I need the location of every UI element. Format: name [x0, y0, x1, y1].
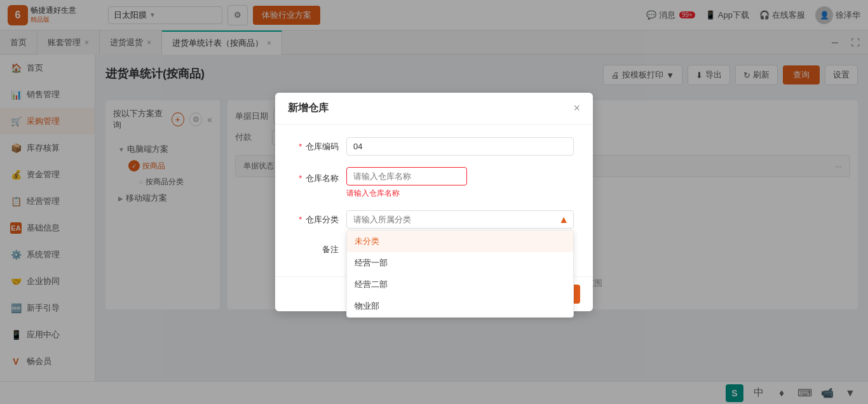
modal-title: 新增仓库: [288, 102, 329, 115]
modal-header: 新增仓库 ×: [275, 93, 593, 125]
dropdown-item-dept3[interactable]: 物业部: [347, 295, 573, 317]
modal-overlay: 新增仓库 × * 仓库编码 * 仓库名称: [0, 0, 868, 404]
dropdown-item-unclassified[interactable]: 未分类: [347, 231, 573, 252]
dropdown-item-dept2[interactable]: 经营二部: [347, 274, 573, 295]
category-select-wrap: ▲ 未分类 经营一部 经营二部 物业部: [346, 210, 574, 229]
form-row-code: * 仓库编码: [294, 137, 574, 156]
modal-body: * 仓库编码 * 仓库名称 请输入仓库名称: [275, 125, 593, 276]
category-label: * 仓库分类: [294, 210, 339, 226]
form-row-category: * 仓库分类 ▲ 未分类 经营一部 经营二部 物业部: [294, 210, 574, 229]
notes-label: 备注: [294, 240, 339, 255]
name-label: * 仓库名称: [294, 169, 339, 184]
dropdown-item-dept1[interactable]: 经营一部: [347, 252, 573, 274]
modal-new-warehouse: 新增仓库 × * 仓库编码 * 仓库名称: [275, 93, 593, 311]
name-error-msg: 请输入仓库名称: [346, 189, 400, 198]
form-row-name: * 仓库名称 请输入仓库名称: [294, 167, 574, 199]
code-input[interactable]: [346, 137, 574, 156]
name-input[interactable]: [346, 167, 467, 185]
modal-close-button[interactable]: ×: [573, 102, 580, 115]
category-dropdown-menu: 未分类 经营一部 经营二部 物业部: [346, 230, 574, 318]
category-dropdown-toggle[interactable]: ▲: [559, 214, 569, 226]
code-label: * 仓库编码: [294, 137, 339, 152]
category-input[interactable]: [346, 210, 574, 229]
